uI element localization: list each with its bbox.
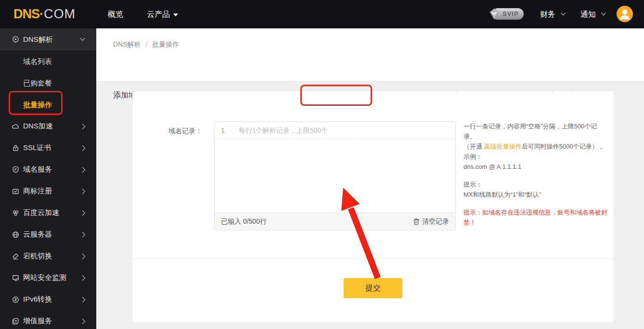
nav-notice[interactable]: 通知	[580, 0, 606, 28]
svip-label: SVIP	[502, 10, 519, 17]
sidebar-item-dns-resolve[interactable]: DNS解析	[0, 28, 96, 51]
sidebar-item-label: DNS加速	[23, 122, 53, 131]
sidebar-subitem-label: 批量操作	[23, 101, 52, 109]
sidebar-item-site-security-monitor[interactable]: 网站安全监测	[0, 267, 96, 289]
example-label: 示例：	[464, 152, 608, 162]
sidebar-item-ipv6-convert[interactable]: IPv6转换	[0, 289, 96, 310]
chevron-right-icon	[82, 296, 86, 303]
cloud-icon	[12, 122, 20, 130]
globe-icon	[12, 230, 20, 239]
sidebar-subitem-domain-list[interactable]: 域名列表	[0, 51, 96, 72]
nav-overview[interactable]: 概览	[108, 0, 123, 28]
sidebar-item-label: IPv6转换	[23, 295, 52, 304]
convert-arrows-icon	[12, 295, 20, 304]
caret-down-icon	[173, 13, 178, 16]
sidebar-item-dns-acceleration[interactable]: DNS加速	[0, 115, 96, 137]
batch-custom-record-panel: 域名记录： 1 每行1个解析记录，上限500个 已输入 0/500行 清空记录 …	[132, 91, 614, 322]
editor-placeholder: 每行1个解析记录，上限500个	[239, 122, 328, 139]
example-value: dns.com @ A 1.1.1.1	[464, 162, 608, 172]
dnscom-logo[interactable]: DNS·COM	[13, 7, 76, 22]
chevron-right-icon	[82, 188, 86, 194]
chevron-right-icon	[82, 166, 86, 173]
sidebar-item-label: DNS解析	[23, 35, 53, 44]
nav-notice-label: 通知	[580, 10, 596, 18]
sidebar-item-value-added-services[interactable]: 增值服务	[0, 310, 96, 329]
clear-records-label: 清空记录	[422, 217, 449, 226]
user-avatar[interactable]	[617, 6, 633, 22]
nav-finance[interactable]: 财务	[540, 0, 566, 28]
help-line-2: （开通 高级批量操作后可同时操作5000个记录） 。	[464, 141, 608, 152]
chevron-right-icon	[82, 253, 86, 259]
sidebar-item-label: 增值服务	[23, 316, 52, 326]
chevron-right-icon	[82, 123, 86, 129]
sidebar-subitem-batch-operations[interactable]: 批量操作	[0, 94, 96, 115]
chevron-right-icon	[82, 145, 86, 151]
advanced-batch-link[interactable]: 高级批量操作	[484, 143, 522, 150]
help-panel: 一行一条记录，内容用“空格”分隔，上限500个记录。 （开通 高级批量操作后可同…	[464, 121, 608, 228]
shield-icon	[12, 165, 20, 174]
breadcrumb-section[interactable]: DNS解析	[113, 40, 141, 48]
nav-finance-label: 财务	[540, 10, 555, 18]
logo-com-text: COM	[44, 7, 76, 21]
switch-pen-icon	[12, 252, 20, 260]
help-line-2-suffix: 后可同时操作5000个记录） 。	[522, 143, 606, 150]
breadcrumb: DNS解析 / 批量操作	[113, 40, 179, 49]
envelope-check-icon	[12, 187, 20, 195]
sidebar: DNS解析 域名列表 已购套餐 批量操作 DNS加速 SSL证书 域名服务	[0, 28, 96, 329]
svip-badge[interactable]: SVIP	[488, 8, 524, 20]
submit-button[interactable]: 提交	[344, 278, 402, 298]
editor-first-line: 1 每行1个解析记录，上限500个	[215, 122, 455, 139]
sidebar-item-baidu-cloud-accel[interactable]: 百度云加速	[0, 202, 96, 224]
lock-icon	[12, 144, 20, 152]
nav-cloud-products[interactable]: 云产品	[147, 0, 178, 28]
sidebar-item-domain-services[interactable]: 域名服务	[0, 159, 96, 180]
chevron-down-icon	[79, 38, 86, 42]
chevron-right-icon	[82, 275, 86, 281]
sidebar-item-cloud-server[interactable]: 云服务器	[0, 224, 96, 245]
chevron-down-icon	[601, 12, 606, 16]
sidebar-item-label: 网站安全监测	[23, 273, 66, 282]
help-line-1: 一行一条记录，内容用“空格”分隔，上限500个记录。	[464, 121, 608, 141]
sidebar-subitem-label: 已购套餐	[23, 79, 52, 87]
chevron-down-icon	[560, 12, 566, 16]
sidebar-item-failover[interactable]: 宕机切换	[0, 245, 96, 267]
sidebar-item-label: SSL证书	[23, 143, 51, 152]
tip-label: 提示：	[464, 179, 608, 190]
sidebar-item-label: 宕机切换	[23, 252, 52, 261]
square-plus-icon	[12, 317, 20, 325]
breadcrumb-page: 批量操作	[152, 40, 179, 48]
tip-value: MX和线路默认为“1”和“默认”	[464, 190, 608, 200]
help-line-2-prefix: （开通	[464, 143, 484, 150]
sidebar-item-label: 百度云加速	[23, 208, 59, 217]
ban-warning-text: 提示：如域名存在违法违规信息，账号和域名将被封禁！	[464, 207, 608, 228]
clear-records-button[interactable]: 清空记录	[413, 217, 449, 226]
topbar: DNS·COM 概览 云产品 SVIP 财务 通知	[0, 0, 644, 28]
person-icon	[617, 6, 633, 22]
sidebar-item-label: 商标注册	[23, 187, 52, 196]
location-icon	[12, 36, 20, 44]
line-number: 1	[221, 122, 225, 139]
clover-icon	[12, 209, 20, 217]
sidebar-subitem-label: 域名列表	[23, 57, 52, 65]
chevron-right-icon	[82, 231, 86, 238]
monitor-icon	[12, 274, 20, 282]
nav-overview-label: 概览	[108, 10, 123, 18]
editor-footer: 已输入 0/500行 清空记录	[215, 213, 455, 230]
chevron-right-icon	[82, 318, 86, 324]
sidebar-item-label: 云服务器	[23, 230, 52, 239]
domain-records-textarea[interactable]: 1 每行1个解析记录，上限500个 已输入 0/500行 清空记录	[214, 121, 456, 230]
svip-gem-icon	[488, 8, 501, 20]
logo-dot: ·	[39, 7, 44, 21]
sidebar-item-trademark[interactable]: 商标注册	[0, 180, 96, 202]
trash-icon	[413, 218, 420, 225]
chevron-right-icon	[82, 210, 86, 216]
sidebar-item-label: 域名服务	[23, 165, 52, 174]
logo-dns-text: DNS	[13, 7, 39, 21]
sidebar-subitem-purchased-plans[interactable]: 已购套餐	[0, 72, 96, 94]
breadcrumb-separator: /	[145, 40, 147, 48]
nav-cloud-products-label: 云产品	[147, 10, 170, 18]
sidebar-item-ssl-cert[interactable]: SSL证书	[0, 137, 96, 159]
domain-records-label: 域名记录：	[149, 122, 202, 139]
entered-count: 已输入 0/500行	[221, 217, 267, 226]
section-divider	[132, 258, 614, 259]
